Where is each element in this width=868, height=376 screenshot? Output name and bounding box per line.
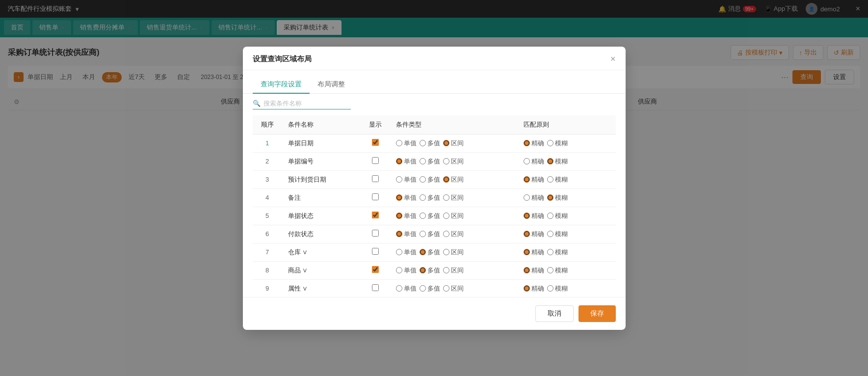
radio-label-match-fuzzy[interactable]: 模糊 bbox=[547, 284, 568, 293]
radio-single[interactable] bbox=[396, 213, 402, 219]
radio-label-single[interactable]: 单值 bbox=[396, 230, 417, 239]
radio-match-exact[interactable] bbox=[524, 194, 530, 201]
radio-single[interactable] bbox=[396, 249, 402, 255]
radio-range[interactable] bbox=[443, 194, 449, 201]
radio-label-range[interactable]: 区间 bbox=[443, 157, 464, 166]
radio-label-multi[interactable]: 多值 bbox=[420, 175, 440, 184]
radio-label-range[interactable]: 区间 bbox=[443, 175, 464, 184]
radio-match-fuzzy[interactable] bbox=[547, 140, 553, 146]
radio-multi[interactable] bbox=[420, 176, 426, 183]
radio-label-match-fuzzy[interactable]: 模糊 bbox=[547, 212, 568, 220]
dialog-close-button[interactable]: × bbox=[610, 54, 616, 63]
radio-label-multi[interactable]: 多值 bbox=[420, 157, 440, 166]
radio-label-match-exact[interactable]: 精确 bbox=[524, 266, 544, 275]
display-checkbox[interactable] bbox=[372, 212, 379, 218]
radio-range[interactable] bbox=[443, 176, 449, 183]
radio-label-single[interactable]: 单值 bbox=[396, 193, 417, 202]
radio-label-range[interactable]: 区间 bbox=[443, 212, 464, 220]
radio-label-single[interactable]: 单值 bbox=[396, 266, 417, 275]
radio-single[interactable] bbox=[396, 267, 402, 273]
radio-range[interactable] bbox=[443, 249, 449, 255]
radio-label-range[interactable]: 区间 bbox=[443, 248, 464, 257]
radio-label-range[interactable]: 区间 bbox=[443, 139, 464, 148]
cell-display[interactable] bbox=[361, 170, 390, 188]
radio-single[interactable] bbox=[396, 140, 402, 146]
radio-range[interactable] bbox=[443, 213, 449, 219]
display-checkbox[interactable] bbox=[372, 284, 379, 291]
cell-display[interactable] bbox=[361, 243, 390, 261]
radio-label-match-fuzzy[interactable]: 模糊 bbox=[547, 248, 568, 257]
cell-display[interactable] bbox=[361, 134, 390, 152]
radio-label-match-fuzzy[interactable]: 模糊 bbox=[547, 157, 568, 166]
radio-label-match-exact[interactable]: 精确 bbox=[524, 193, 544, 202]
cell-display[interactable] bbox=[361, 261, 390, 279]
radio-match-fuzzy[interactable] bbox=[547, 267, 553, 273]
radio-label-single[interactable]: 单值 bbox=[396, 175, 417, 184]
radio-label-single[interactable]: 单值 bbox=[396, 248, 417, 257]
cell-display[interactable] bbox=[361, 225, 390, 243]
radio-match-exact[interactable] bbox=[524, 285, 530, 292]
radio-label-multi[interactable]: 多值 bbox=[420, 212, 440, 220]
radio-label-range[interactable]: 区间 bbox=[443, 230, 464, 239]
radio-multi[interactable] bbox=[420, 231, 426, 237]
cancel-button[interactable]: 取消 bbox=[535, 305, 574, 322]
radio-label-match-exact[interactable]: 精确 bbox=[524, 157, 544, 166]
radio-label-match-fuzzy[interactable]: 模糊 bbox=[547, 139, 568, 148]
radio-match-exact[interactable] bbox=[524, 158, 530, 164]
radio-match-fuzzy[interactable] bbox=[547, 194, 553, 201]
radio-label-match-fuzzy[interactable]: 模糊 bbox=[547, 266, 568, 275]
display-checkbox[interactable] bbox=[372, 248, 379, 255]
radio-label-single[interactable]: 单值 bbox=[396, 284, 417, 293]
cell-display[interactable] bbox=[361, 152, 390, 170]
radio-range[interactable] bbox=[443, 158, 449, 164]
radio-single[interactable] bbox=[396, 176, 402, 183]
radio-multi[interactable] bbox=[420, 267, 426, 273]
radio-multi[interactable] bbox=[420, 140, 426, 146]
radio-match-fuzzy[interactable] bbox=[547, 158, 553, 164]
display-checkbox[interactable] bbox=[372, 139, 379, 146]
radio-label-multi[interactable]: 多值 bbox=[420, 230, 440, 239]
radio-label-single[interactable]: 单值 bbox=[396, 139, 417, 148]
radio-range[interactable] bbox=[443, 267, 449, 273]
radio-label-match-exact[interactable]: 精确 bbox=[524, 139, 544, 148]
search-input[interactable] bbox=[263, 100, 342, 107]
radio-label-single[interactable]: 单值 bbox=[396, 212, 417, 220]
dialog-tab-query-fields[interactable]: 查询字段设置 bbox=[253, 76, 310, 94]
radio-multi[interactable] bbox=[420, 194, 426, 201]
radio-label-multi[interactable]: 多值 bbox=[420, 139, 440, 148]
radio-label-match-exact[interactable]: 精确 bbox=[524, 230, 544, 239]
radio-label-single[interactable]: 单值 bbox=[396, 157, 417, 166]
radio-range[interactable] bbox=[443, 285, 449, 292]
radio-range[interactable] bbox=[443, 231, 449, 237]
radio-match-exact[interactable] bbox=[524, 249, 530, 255]
radio-label-match-exact[interactable]: 精确 bbox=[524, 212, 544, 220]
radio-label-match-fuzzy[interactable]: 模糊 bbox=[547, 230, 568, 239]
radio-single[interactable] bbox=[396, 158, 402, 164]
cell-display[interactable] bbox=[361, 188, 390, 207]
display-checkbox[interactable] bbox=[372, 175, 379, 182]
radio-match-fuzzy[interactable] bbox=[547, 249, 553, 255]
radio-label-match-exact[interactable]: 精确 bbox=[524, 248, 544, 257]
radio-multi[interactable] bbox=[420, 213, 426, 219]
radio-label-match-fuzzy[interactable]: 模糊 bbox=[547, 175, 568, 184]
display-checkbox[interactable] bbox=[372, 230, 379, 237]
radio-label-multi[interactable]: 多值 bbox=[420, 248, 440, 257]
radio-label-range[interactable]: 区间 bbox=[443, 266, 464, 275]
radio-label-multi[interactable]: 多值 bbox=[420, 266, 440, 275]
radio-match-fuzzy[interactable] bbox=[547, 176, 553, 183]
radio-match-exact[interactable] bbox=[524, 140, 530, 146]
radio-label-multi[interactable]: 多值 bbox=[420, 284, 440, 293]
cell-display[interactable] bbox=[361, 279, 390, 297]
radio-multi[interactable] bbox=[420, 285, 426, 292]
radio-match-exact[interactable] bbox=[524, 176, 530, 183]
radio-match-fuzzy[interactable] bbox=[547, 213, 553, 219]
cell-display[interactable] bbox=[361, 207, 390, 225]
radio-multi[interactable] bbox=[420, 249, 426, 255]
radio-multi[interactable] bbox=[420, 158, 426, 164]
radio-range[interactable] bbox=[443, 140, 449, 146]
radio-label-match-exact[interactable]: 精确 bbox=[524, 175, 544, 184]
radio-match-exact[interactable] bbox=[524, 267, 530, 273]
display-checkbox[interactable] bbox=[372, 193, 379, 200]
radio-match-exact[interactable] bbox=[524, 231, 530, 237]
radio-label-range[interactable]: 区间 bbox=[443, 193, 464, 202]
